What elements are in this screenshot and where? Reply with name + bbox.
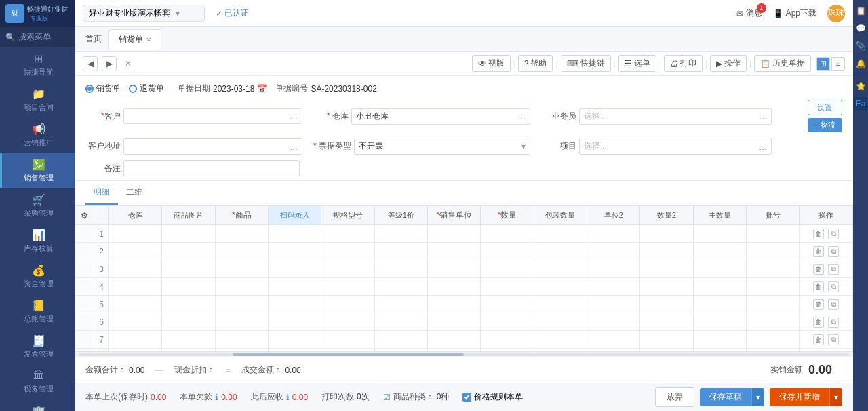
- address-dots[interactable]: ...: [290, 142, 298, 151]
- copy-row-1[interactable]: ⧉: [828, 229, 839, 239]
- inventory-label: 库存核算: [24, 244, 54, 253]
- rp-icon-4[interactable]: 🔔: [854, 57, 867, 71]
- sidebar-item-funds[interactable]: 💰 资金管理: [0, 258, 75, 294]
- sidebar-search[interactable]: 🔍 搜索菜单: [0, 27, 75, 47]
- customer-input[interactable]: ...: [123, 108, 302, 124]
- radio-return[interactable]: 退货单: [129, 83, 164, 94]
- radio-sales[interactable]: 销货单: [85, 83, 121, 94]
- td-price-2[interactable]: [374, 243, 427, 260]
- price-rule-input[interactable]: [462, 393, 471, 402]
- sidebar-item-invoice[interactable]: 🧾 发票管理: [0, 329, 75, 364]
- td-scan-1[interactable]: [269, 225, 321, 243]
- select-button[interactable]: ☰ 选单: [618, 55, 656, 72]
- copy-row-2[interactable]: ⧉: [828, 246, 839, 257]
- rp-icon-1[interactable]: 📋: [854, 4, 867, 18]
- td-product-2[interactable]: [215, 243, 268, 260]
- rp-icon-5[interactable]: ⭐: [854, 79, 867, 93]
- td-scan-2[interactable]: [269, 243, 321, 260]
- tab-detail[interactable]: 明细: [85, 181, 118, 205]
- td-product-1[interactable]: [215, 225, 268, 243]
- next-record-button[interactable]: ▶: [102, 56, 117, 71]
- add-logistics-button[interactable]: + 物流: [808, 118, 842, 132]
- staff-dots[interactable]: ...: [759, 111, 767, 121]
- staff-input[interactable]: 选择... ...: [579, 108, 772, 125]
- sidebar-item-marketing[interactable]: 📢 营销推广: [0, 117, 75, 153]
- delete-row-2[interactable]: 🗑: [813, 246, 824, 257]
- customer-dots[interactable]: ...: [290, 111, 298, 121]
- note-input[interactable]: [123, 160, 300, 176]
- td-warehouse-1[interactable]: [109, 225, 162, 243]
- copy-row-7[interactable]: ⧉: [828, 334, 839, 345]
- td-batch-1: [747, 225, 800, 243]
- th-setting[interactable]: ⚙: [75, 206, 94, 225]
- discard-button[interactable]: 放弃: [655, 387, 694, 407]
- transaction-amount: 成交金额： 0.00: [241, 364, 300, 376]
- setting-button[interactable]: 设置: [808, 100, 842, 115]
- copy-row-6[interactable]: ⧉: [828, 317, 839, 328]
- toolbar-sep5: |: [705, 59, 707, 68]
- print-button[interactable]: 🖨 打印: [664, 55, 703, 72]
- sidebar-item-quick-nav[interactable]: ⊞ 快捷导航: [0, 47, 75, 82]
- rp-icon-6[interactable]: Ea: [854, 97, 867, 111]
- view-list-button[interactable]: ≡: [831, 57, 845, 71]
- sidebar-item-accounts[interactable]: 📒 总账管理: [0, 294, 75, 329]
- invoice-input[interactable]: 不开票 ▾: [354, 138, 530, 155]
- save-new-button[interactable]: 保存并新增: [770, 388, 829, 406]
- save-new-arrow-button[interactable]: ▾: [829, 388, 842, 406]
- view-button[interactable]: 👁 视版: [472, 55, 511, 72]
- tab-home[interactable]: 首页: [80, 29, 107, 49]
- prev-record-button[interactable]: ◀: [83, 56, 98, 71]
- shortcut-button[interactable]: ⌨ 快捷键: [561, 55, 611, 72]
- project-dots[interactable]: ...: [759, 142, 767, 151]
- rp-icon-3[interactable]: 📎: [854, 39, 867, 53]
- copy-row-4[interactable]: ⧉: [828, 281, 839, 292]
- sidebar-item-tax[interactable]: 🏛 税务管理: [0, 364, 75, 399]
- delete-row-7[interactable]: 🗑: [813, 334, 824, 345]
- sidebar-item-purchase[interactable]: 🛒 采购管理: [0, 188, 75, 223]
- td-price-1[interactable]: [374, 225, 427, 243]
- delete-row-1[interactable]: 🗑: [813, 229, 824, 239]
- sidebar-item-project[interactable]: 📁 项目合同: [0, 82, 75, 117]
- save-draft-arrow-button[interactable]: ▾: [751, 388, 764, 406]
- tab-2d[interactable]: 二维: [118, 181, 151, 205]
- th-scan[interactable]: 扫码录入: [269, 206, 321, 225]
- delete-row-5[interactable]: 🗑: [813, 299, 824, 310]
- operate-button[interactable]: ▶ 操作: [710, 55, 747, 72]
- sidebar-item-inventory[interactable]: 📊 库存核算: [0, 223, 75, 258]
- tab-sales[interactable]: 销货单 ✕: [108, 29, 161, 50]
- tab-close-icon[interactable]: ✕: [146, 36, 151, 43]
- message-button[interactable]: ✉ 消息 1: [736, 7, 762, 19]
- td-qty-2[interactable]: [481, 243, 534, 260]
- company-selector[interactable]: 好业财专业版演示帐套 ▾: [83, 5, 205, 22]
- delete-row-6[interactable]: 🗑: [813, 317, 824, 328]
- warehouse-input[interactable]: 小丑仓库 ...: [351, 108, 530, 125]
- th-price: 等级1价: [374, 206, 427, 225]
- save-draft-button[interactable]: 保存草稿: [700, 388, 751, 406]
- warehouse-dots[interactable]: ...: [517, 111, 526, 121]
- table-scrollbar[interactable]: [75, 351, 853, 357]
- rp-icon-2[interactable]: 💬: [854, 22, 867, 35]
- td-qty-1[interactable]: [481, 225, 534, 243]
- price-rule-label: 价格规则本单: [474, 391, 523, 403]
- app-download-button[interactable]: 📱 App下载: [773, 7, 816, 19]
- sidebar-item-assets[interactable]: 🏢 固定资产: [0, 399, 75, 411]
- close-button[interactable]: ✕: [121, 56, 136, 71]
- project-input[interactable]: 选择... ...: [579, 138, 772, 155]
- history-button[interactable]: 📋 历史单据: [754, 55, 811, 72]
- inventory-icon: 📊: [32, 229, 45, 241]
- invoice-arrow[interactable]: ▾: [521, 142, 526, 151]
- delete-row-3[interactable]: 🗑: [813, 264, 824, 275]
- td-actions-2: 🗑⧉: [800, 243, 853, 260]
- user-avatar[interactable]: 珠珠: [827, 5, 845, 22]
- td-warehouse-2[interactable]: [109, 243, 162, 260]
- copy-row-3[interactable]: ⧉: [828, 264, 839, 275]
- help-button[interactable]: ? 帮助: [518, 55, 553, 72]
- copy-row-5[interactable]: ⧉: [828, 299, 839, 310]
- price-rule-checkbox[interactable]: 价格规则本单: [462, 391, 523, 403]
- view-grid-button[interactable]: ⊞: [816, 57, 830, 71]
- delete-row-4[interactable]: 🗑: [813, 281, 824, 292]
- address-input[interactable]: ...: [123, 138, 302, 155]
- sidebar-item-sales[interactable]: 💹 销售管理: [0, 153, 75, 188]
- app-download-label: App下载: [786, 7, 816, 19]
- calendar-icon[interactable]: 📅: [257, 84, 267, 94]
